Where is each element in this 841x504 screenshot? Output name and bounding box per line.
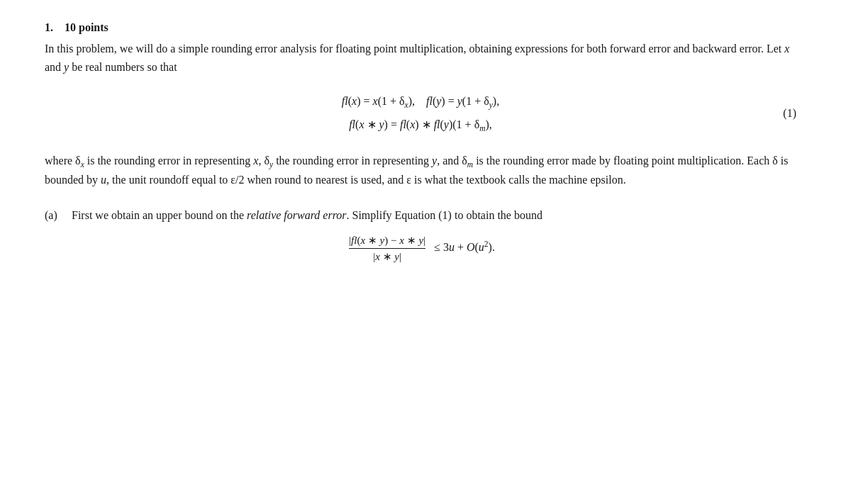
equation-line-2: fl(x ∗ y) = fl(x) ∗ fl(y)(1 + δm),: [45, 113, 796, 137]
where-text: where δx is the rounding error in repres…: [45, 152, 796, 189]
problem-container: 1. 10 points In this problem, we will do…: [45, 21, 796, 263]
part-a-equation: |fl(x ∗ y) − x ∗ y| |x ∗ y| ≤ 3u + O(u2)…: [45, 234, 796, 263]
fraction-numerator: |fl(x ∗ y) − x ∗ y|: [349, 234, 425, 249]
equation-line-1: fl(x) = x(1 + δx), fl(y) = y(1 + δy),: [45, 90, 796, 113]
problem-points: 10 points: [65, 21, 108, 34]
problem-header: 1. 10 points: [45, 21, 796, 34]
fraction: |fl(x ∗ y) − x ∗ y| |x ∗ y|: [349, 234, 425, 263]
problem-number: 1.: [45, 21, 59, 34]
problem-intro: In this problem, we will do a simple rou…: [45, 40, 796, 76]
part-a-text: First we obtain an upper bound on the re…: [72, 206, 542, 225]
part-a-header: (a) First we obtain an upper bound on th…: [45, 206, 796, 225]
fraction-denominator: |x ∗ y|: [349, 249, 425, 263]
equation-number: (1): [783, 102, 796, 125]
main-equation-block: fl(x) = x(1 + δx), fl(y) = y(1 + δy), fl…: [45, 90, 796, 137]
part-a-label: (a): [45, 209, 66, 222]
part-a-container: (a) First we obtain an upper bound on th…: [45, 206, 796, 264]
